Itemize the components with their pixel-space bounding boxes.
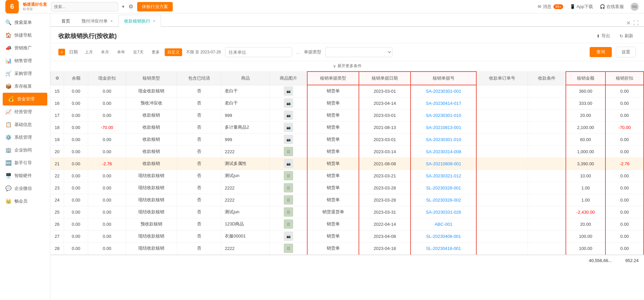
verify-bill-no[interactable]: SL-20230328-002	[411, 194, 476, 206]
verify-bill-no[interactable]: SL-20230328-001	[411, 182, 476, 194]
filter-bar: » 日期 上月 本月 本年 近7天 更多 自定义 不限 至 2023-07-26…	[50, 43, 644, 61]
product-img-cell: 📷	[269, 85, 307, 97]
refresh-button[interactable]: ↻ 刷新	[617, 32, 636, 40]
tab-collection[interactable]: 收款核销执行 ×	[118, 15, 161, 27]
receipt-condition	[528, 97, 566, 109]
verify-amount: 60.00	[566, 133, 605, 145]
sidebar-item-guide[interactable]: 🆕 新手引导	[0, 157, 50, 169]
table-container[interactable]: ⚙ 余额 现金折扣 核销类型 包含已结清 商品 商品图片 核销单据类型 核销单据…	[50, 71, 644, 300]
receipt-condition	[528, 158, 566, 170]
crown-icon: 👑	[5, 198, 12, 204]
industry-plan-button[interactable]: 休验行业方案	[137, 2, 173, 11]
th-settings[interactable]: ⚙	[51, 72, 64, 85]
counterparty-input[interactable]	[225, 47, 292, 57]
sidebar-item-marketing[interactable]: 📣 营销推广	[0, 42, 50, 54]
verify-discount: 0.00	[605, 109, 644, 121]
message-item[interactable]: ✉ 消息 99+	[538, 4, 563, 10]
verify-amount: 20.00	[566, 218, 605, 230]
date-more-btn[interactable]: 更多	[149, 48, 163, 56]
balance: 0.00	[64, 85, 88, 97]
sidebar-item-quicknav[interactable]: 🏠 快捷导航	[0, 29, 50, 42]
verify-amount: 100.00	[566, 230, 605, 242]
trending-icon: 📈	[5, 109, 12, 115]
bill-type-select[interactable]	[325, 47, 392, 57]
sidebar-item-wechat[interactable]: 💬 企业微信	[0, 182, 50, 195]
sidebar-item-search[interactable]: 🔍 搜索菜单	[0, 16, 50, 29]
cash-discount: 0.00	[88, 170, 126, 182]
sidebar-item-hardware[interactable]: 🖥️ 智能硬件	[0, 169, 50, 182]
counterparty-more-icon[interactable]: ...	[296, 50, 300, 55]
app-download-item[interactable]: 📱 App下载	[570, 4, 593, 10]
query-button[interactable]: 查询	[590, 47, 612, 57]
cash-discount: 0.00	[88, 85, 126, 97]
th-verify-discount: 核销折扣	[605, 72, 644, 85]
product-thumbnail: 🖼	[284, 183, 293, 192]
verify-bill-no[interactable]: SL-20230408-001	[411, 230, 476, 242]
verify-bill-no[interactable]: SA-20230301-010	[411, 133, 476, 145]
th-product: 商品	[221, 72, 269, 85]
include-settled: 否	[177, 194, 221, 206]
verify-bill-no[interactable]: SA-20230301-010	[411, 109, 476, 121]
expand-more-button[interactable]: ∨ 展开更多条件	[333, 63, 362, 69]
tab-close-collection[interactable]: ×	[153, 19, 155, 24]
settings-button[interactable]: 设置	[616, 47, 636, 57]
verify-amount: -2,430.00	[566, 206, 605, 218]
sidebar-item-finance[interactable]: 💰 资金管理	[3, 93, 47, 105]
th-cash-discount: 现金折扣	[88, 72, 126, 85]
verify-type: 收款核销	[126, 133, 177, 145]
tab-close-prepay[interactable]: ×	[110, 19, 113, 24]
sidebar-item-sales[interactable]: 📊 销售管理	[0, 54, 50, 67]
product: 2222	[221, 182, 269, 194]
receipt-order-no	[476, 182, 528, 194]
online-service-item[interactable]: 🎧 在线客服	[600, 4, 624, 10]
export-button[interactable]: ⬆ 导出	[594, 32, 613, 40]
product-img-cell: 📷	[269, 230, 307, 242]
sidebar-item-basic[interactable]: 📋 基础信息	[0, 118, 50, 131]
row-num: 19	[51, 133, 64, 145]
date-last-month-btn[interactable]: 上月	[82, 48, 96, 56]
sidebar-item-system[interactable]: ⚙️ 系统管理	[0, 131, 50, 144]
verify-bill-no[interactable]: SA-20230331-026	[411, 206, 476, 218]
table-row: 150.000.00现金收款核销否老白干📷销货单2023-03-01SA-202…	[51, 85, 644, 97]
date-this-year-btn[interactable]: 本年	[114, 48, 128, 56]
tab-expand-icon[interactable]: ⛶	[633, 20, 639, 26]
sidebar-item-inventory[interactable]: 📦 库存核算	[0, 80, 50, 93]
include-settled: 否	[177, 121, 221, 133]
cash-discount: 0.00	[88, 97, 126, 109]
verify-type: 收款核销	[126, 109, 177, 121]
receipt-condition	[528, 133, 566, 145]
date-range-display: 不限 至 2023-07-26	[186, 49, 221, 55]
verify-amount: 20.00	[566, 109, 605, 121]
user-avatar-item[interactable]: Rit	[631, 3, 639, 11]
balance: 0.00	[64, 218, 88, 230]
search-dropdown-icon[interactable]: ▾	[122, 4, 124, 9]
date-custom-btn[interactable]: 自定义	[165, 48, 182, 56]
top-search-input[interactable]	[51, 2, 118, 11]
th-receipt-condition: 收款条件	[528, 72, 566, 85]
date-this-month-btn[interactable]: 本月	[98, 48, 112, 56]
verify-bill-type: 销货单	[307, 170, 359, 182]
tab-prepay[interactable]: 预付冲应付单 ×	[76, 15, 118, 27]
filter-expand-button[interactable]: »	[58, 49, 65, 55]
date-7days-btn[interactable]: 近7天	[130, 48, 147, 56]
verify-bill-no[interactable]: SA-20230414-017	[411, 97, 476, 109]
export-icon: ⬆	[596, 34, 600, 39]
settings-icon[interactable]: ⚙	[128, 3, 133, 10]
sidebar-item-label: 销售管理	[14, 58, 32, 64]
verify-bill-no[interactable]: SA-20230301-001	[411, 85, 476, 97]
product-img-cell: 📷	[269, 121, 307, 133]
verify-bill-no[interactable]: ABC-001	[411, 218, 476, 230]
sidebar-item-purchase[interactable]: 🛒 采购管理	[0, 67, 50, 80]
verify-bill-no[interactable]: SA-20230321-012	[411, 170, 476, 182]
sidebar-item-corp[interactable]: 🏢 企业协同	[0, 144, 50, 157]
sidebar-item-operation[interactable]: 📈 经营管理	[0, 105, 50, 118]
verify-bill-no[interactable]: SA-20230314-008	[411, 145, 476, 158]
tab-close-all-icon[interactable]: ✕	[626, 20, 631, 26]
sidebar-item-member[interactable]: 👑 畅会员	[0, 195, 50, 208]
product-img-cell: 🖼	[269, 242, 307, 254]
search-icon: 🔍	[5, 19, 12, 26]
verify-bill-no[interactable]: SA-20210808-001	[411, 158, 476, 170]
tab-home[interactable]: 首页	[56, 15, 76, 27]
verify-bill-no[interactable]: SA-20210813-001	[411, 121, 476, 133]
verify-bill-no[interactable]: SL-20230418-001	[411, 242, 476, 254]
